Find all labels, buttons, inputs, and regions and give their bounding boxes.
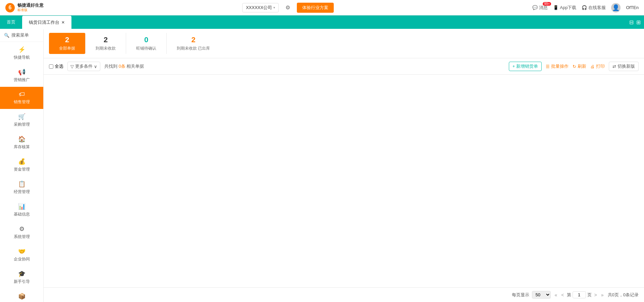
guide-icon: 🎓 (18, 270, 25, 278)
content-area: 2 全部单据 2 到期未收款 0 旺铺待确认 2 到期未收款 已出库 全选 (44, 29, 644, 302)
prev-page-button[interactable]: < (560, 292, 565, 298)
per-page-select[interactable]: 50 10 20 100 (532, 291, 551, 299)
refresh-button[interactable]: ↻ 刷新 (573, 63, 586, 69)
enterprise-icon: 🤝 (18, 248, 25, 255)
print-icon: 🖨 (590, 64, 595, 69)
experience-button[interactable]: 体验行业方案 (297, 3, 334, 13)
avatar: 👤 (611, 3, 621, 12)
tab-home[interactable]: 首页 (0, 15, 22, 29)
system-icon: ⚙ (19, 225, 24, 233)
tab-actions: ⊟ ⊞ (629, 19, 644, 25)
toolbar: 全选 ▽ 更多条件 ∨ 共找到 0条 相关单据 + 新增销货单 (44, 58, 644, 75)
page-label-end: 页 (587, 292, 592, 298)
refresh-icon: ↻ (573, 64, 576, 69)
marketing-icon: 📢 (18, 68, 25, 76)
switch-icon: ⇄ (612, 64, 616, 69)
page-input[interactable] (573, 291, 586, 298)
operations-icon: 📋 (18, 180, 25, 188)
online-service-button[interactable]: 🎧 在线客服 (582, 5, 606, 11)
toolbar-left: 全选 ▽ 更多条件 ∨ 共找到 0条 相关单据 (49, 62, 148, 71)
stat-count-overdue: 2 (104, 36, 108, 44)
found-count: 0条 (119, 64, 125, 69)
purchase-icon: 🛒 (18, 113, 25, 120)
stat-card-wangpu[interactable]: 0 旺铺待确认 (126, 33, 167, 54)
sidebar-search[interactable]: 🔍 搜索菜单 (0, 29, 43, 42)
sidebar-item-finance[interactable]: 💰 资金管理 (0, 154, 43, 176)
sidebar-item-enterprise[interactable]: 🤝 企业协同 (0, 244, 43, 266)
quick-nav-icon: ⚡ (18, 46, 25, 53)
header-right: 💬 消息 99+ 📱 App下载 🎧 在线客服 👤 OfTEn (532, 3, 639, 12)
message-badge: 99+ (543, 2, 551, 6)
stat-label-wangpu: 旺铺待确认 (136, 46, 156, 51)
sidebar-item-guide[interactable]: 🎓 新手引导 (0, 266, 43, 289)
sidebar-item-system[interactable]: ⚙ 系统管理 (0, 221, 43, 244)
logo-area: 6 畅捷通好生意 标准版 (5, 3, 44, 13)
main-layout: 🔍 搜索菜单 ⚡ 快捷导航 📢 营销推广 🏷 销售管理 🛒 采购管理 🏠 库存核… (0, 29, 644, 302)
stat-count-wangpu: 0 (144, 36, 148, 44)
app-center-icon: 📦 (18, 293, 25, 300)
batch-operations-button[interactable]: ☰ 批量操作 (546, 63, 569, 69)
print-button[interactable]: 🖨 打印 (590, 63, 605, 69)
page-navigation: « < 第 页 > » (553, 291, 605, 298)
total-info: 共0页，0条记录 (608, 292, 639, 298)
company-selector[interactable]: XXXXXX公司 ▾ (242, 3, 279, 12)
add-sales-order-button[interactable]: + 新增销货单 (509, 62, 542, 71)
sidebar-item-inventory[interactable]: 🏠 库存核算 (0, 131, 43, 154)
found-text: 共找到 0条 相关单据 (104, 63, 144, 69)
stat-label-all: 全部单据 (59, 46, 75, 51)
stat-count-unshipped: 2 (192, 36, 196, 44)
sidebar: 🔍 搜索菜单 ⚡ 快捷导航 📢 营销推广 🏷 销售管理 🛒 采购管理 🏠 库存核… (0, 29, 44, 302)
per-page-label: 每页显示 (512, 292, 529, 298)
sidebar-item-purchase[interactable]: 🛒 采购管理 (0, 109, 43, 131)
checkbox-all-input[interactable] (49, 64, 53, 69)
tab-minimize-button[interactable]: ⊟ (629, 19, 634, 25)
message-button[interactable]: 💬 消息 99+ (532, 5, 548, 11)
sidebar-item-app-center[interactable]: 📦 应用中心 (0, 289, 43, 302)
finance-icon: 💰 (18, 158, 25, 165)
stat-label-unshipped: 到期未收款 已出库 (177, 46, 210, 51)
last-page-button[interactable]: » (600, 292, 605, 298)
toolbar-right: + 新增销货单 ☰ 批量操作 ↻ 刷新 🖨 打印 ⇄ 切换新版 (509, 62, 639, 71)
sidebar-item-marketing[interactable]: 📢 营销推广 (0, 64, 43, 87)
batch-icon: ☰ (546, 64, 550, 69)
sidebar-item-quick-nav[interactable]: ⚡ 快捷导航 (0, 42, 43, 64)
username[interactable]: OfTEn (626, 5, 639, 10)
tab-bar: 首页 钱货日清工作台 ✕ ⊟ ⊞ (0, 15, 644, 29)
app-download-button[interactable]: 📱 App下载 (553, 5, 576, 11)
page-label: 第 (567, 292, 571, 298)
headset-icon: 🎧 (582, 5, 587, 10)
stat-card-unshipped[interactable]: 2 到期未收款 已出库 (167, 33, 220, 54)
tab-workbench[interactable]: 钱货日清工作台 ✕ (22, 16, 71, 29)
switch-version-button[interactable]: ⇄ 切换新版 (609, 62, 639, 71)
logo-icon: 6 (5, 3, 15, 12)
filter-chevron-icon: ∨ (94, 64, 97, 69)
stats-row: 2 全部单据 2 到期未收款 0 旺铺待确认 2 到期未收款 已出库 (44, 29, 644, 58)
stat-count-all: 2 (65, 36, 69, 44)
sales-icon: 🏷 (19, 91, 25, 98)
mobile-icon: 📱 (553, 5, 558, 10)
message-icon: 💬 (532, 5, 538, 10)
tab-close-icon[interactable]: ✕ (61, 20, 65, 25)
stat-card-all[interactable]: 2 全部单据 (49, 33, 86, 54)
pagination-bar: 每页显示 50 10 20 100 « < 第 页 > » 共0页，0条记录 (44, 287, 644, 302)
sidebar-item-basic-info[interactable]: 📊 基础信息 (0, 199, 43, 221)
chevron-down-icon: ▾ (273, 6, 275, 9)
logo-text: 畅捷通好生意 标准版 (17, 3, 44, 13)
sidebar-item-sales[interactable]: 🏷 销售管理 (0, 87, 43, 109)
table-area (44, 75, 644, 287)
basic-info-icon: 📊 (18, 203, 25, 210)
sidebar-item-operations[interactable]: 📋 经营管理 (0, 176, 43, 199)
tab-maximize-button[interactable]: ⊞ (636, 19, 641, 25)
first-page-button[interactable]: « (553, 292, 559, 298)
top-header: 6 畅捷通好生意 标准版 XXXXXX公司 ▾ ⚙ 体验行业方案 💬 消息 99… (0, 0, 644, 15)
settings-icon[interactable]: ⚙ (283, 3, 293, 13)
select-all-checkbox[interactable]: 全选 (49, 63, 63, 69)
inventory-icon: 🏠 (18, 135, 25, 143)
search-icon: 🔍 (4, 33, 9, 38)
stat-label-overdue: 到期未收款 (96, 46, 116, 51)
next-page-button[interactable]: > (593, 292, 598, 298)
stat-card-overdue[interactable]: 2 到期未收款 (86, 33, 126, 54)
filter-icon: ▽ (70, 64, 74, 69)
filter-button[interactable]: ▽ 更多条件 ∨ (67, 62, 100, 71)
